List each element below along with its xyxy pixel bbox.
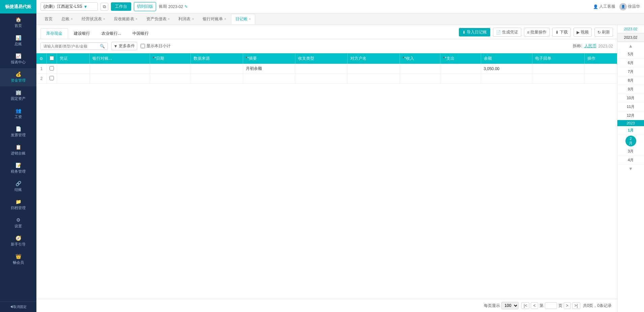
page-size-selector[interactable]: 每页显示 10 20 50 100 bbox=[484, 302, 519, 309]
tab-receivables[interactable]: 应收账龄表 × bbox=[110, 14, 142, 24]
top-bar: (勿删）江西超宝-LSS ▼ ⧉ 工作台 切到旧版 账期 2023-02 ✎ 👤… bbox=[36, 0, 644, 13]
month-12[interactable]: 12月 bbox=[617, 111, 644, 120]
tab-bank-statement[interactable]: 银行对账单 × bbox=[199, 14, 230, 24]
row-electronic-2 bbox=[532, 74, 584, 84]
tab-profit-close[interactable]: × bbox=[192, 17, 194, 21]
period-edit-icon[interactable]: ✎ bbox=[184, 4, 188, 9]
year-2023-label: 2023 bbox=[617, 120, 644, 126]
unpin-sidebar[interactable]: ◀取消固定 bbox=[0, 302, 36, 312]
scroll-up-arrow[interactable]: ▲ bbox=[617, 42, 644, 50]
toolbar-right: 拆称: 人民币 2023.02 bbox=[573, 43, 613, 49]
month-8[interactable]: 8月 bbox=[617, 76, 644, 85]
tab-receivables-close[interactable]: × bbox=[136, 17, 138, 21]
first-page-button[interactable]: |< bbox=[521, 302, 529, 309]
sidebar-item-settings[interactable]: ⚙ 设置 bbox=[0, 214, 36, 232]
sidebar-item-home[interactable]: 🏠 首页 bbox=[0, 13, 36, 32]
month-6[interactable]: 6月 bbox=[617, 59, 644, 67]
import-journal-button[interactable]: ⬇ 导入日记账 bbox=[459, 28, 490, 36]
company-selector[interactable]: (勿删）江西超宝-LSS ▼ bbox=[40, 2, 98, 11]
switch-version-button[interactable]: 切到旧版 bbox=[134, 2, 156, 11]
sidebar-item-reports[interactable]: 📈 报表中心 bbox=[0, 50, 36, 68]
row-check-1[interactable] bbox=[47, 64, 57, 74]
table-row: 2 bbox=[36, 74, 617, 84]
video-button[interactable]: ▶ 视频 bbox=[574, 28, 592, 37]
customer-service[interactable]: 👤 人工客服 bbox=[593, 4, 615, 9]
payroll-icon: 👥 bbox=[16, 108, 21, 113]
sidebar-item-ledger[interactable]: 📊 总账 bbox=[0, 32, 36, 50]
tab-journal-close[interactable]: × bbox=[249, 17, 251, 21]
show-daily-subtotal-checkbox[interactable]: 显示本日小计 bbox=[141, 43, 171, 49]
tab-bank-close[interactable]: × bbox=[224, 17, 226, 21]
tab-balance-sheet[interactable]: 资产负债表 × bbox=[142, 14, 174, 24]
tab-balance-close[interactable]: × bbox=[168, 17, 170, 21]
user-menu[interactable]: 👤 徐温华 bbox=[619, 3, 640, 10]
sub-tab-bar: 库存现金 建设银行 农业银行... 中国银行 ⬇ 导入日记账 📄 生成凭证 ≡ bbox=[36, 25, 617, 39]
column-settings-icon[interactable]: ⚙ bbox=[39, 56, 43, 61]
batch-operation-button[interactable]: ≡ 批量操作 bbox=[524, 28, 550, 37]
tab-ledger-close[interactable]: × bbox=[71, 17, 73, 21]
sub-tab-agriculture-bank[interactable]: 农业银行... bbox=[96, 28, 127, 38]
tab-ledger-label: 总账 bbox=[61, 16, 69, 22]
scroll-down-arrow[interactable]: ▼ bbox=[617, 165, 644, 173]
row-electronic-1 bbox=[532, 64, 584, 74]
tab-business[interactable]: 经营状况表 × bbox=[78, 14, 109, 24]
month-4[interactable]: 4月 bbox=[617, 156, 644, 165]
sidebar-item-label: 新手引导 bbox=[11, 242, 26, 247]
search-box[interactable]: 🔍 bbox=[40, 42, 108, 50]
month-5[interactable]: 5月 bbox=[617, 50, 644, 59]
date-period-header-1[interactable]: 2023.02 bbox=[617, 25, 644, 33]
th-settings[interactable]: ⚙ bbox=[36, 53, 47, 64]
tab-profit[interactable]: 利润表 × bbox=[174, 14, 198, 24]
sidebar-item-invoice[interactable]: 📄 发票管理 bbox=[0, 123, 36, 141]
home-icon: 🏠 bbox=[16, 17, 21, 22]
tab-business-close[interactable]: × bbox=[103, 17, 105, 21]
generate-voucher-button[interactable]: 📄 生成凭证 bbox=[493, 28, 521, 37]
month-10[interactable]: 10月 bbox=[617, 94, 644, 103]
sidebar-item-label: 首页 bbox=[14, 23, 22, 28]
tab-journal[interactable]: 日记账 × bbox=[231, 14, 255, 24]
sidebar-item-vip[interactable]: 👑 畅会员 bbox=[0, 250, 36, 268]
sidebar-item-guide[interactable]: 🧭 新手引导 bbox=[0, 232, 36, 250]
select-all-checkbox[interactable] bbox=[50, 56, 54, 60]
search-input[interactable] bbox=[43, 44, 98, 48]
month-11[interactable]: 11月 bbox=[617, 103, 644, 111]
sub-tab-cash[interactable]: 库存现金 bbox=[40, 28, 68, 39]
row-date-1 bbox=[150, 64, 191, 74]
sidebar-item-close[interactable]: 🔗 结账 bbox=[0, 177, 36, 196]
last-page-button[interactable]: >| bbox=[572, 302, 580, 309]
refresh-button[interactable]: ↻ 刷新 bbox=[594, 28, 613, 37]
page-number-input[interactable]: 1 bbox=[545, 302, 557, 309]
download-icon: ⬇ bbox=[555, 30, 559, 35]
content-area: 库存现金 建设银行 农业银行... 中国银行 ⬇ 导入日记账 📄 生成凭证 ≡ bbox=[36, 25, 644, 312]
next-page-button[interactable]: > bbox=[564, 302, 571, 309]
month-3[interactable]: 3月 bbox=[617, 147, 644, 156]
copy-button[interactable]: ⧉ bbox=[100, 3, 108, 11]
sub-tab-china-bank[interactable]: 中国银行 bbox=[127, 28, 154, 38]
month-2-active[interactable]: 2月 bbox=[625, 136, 636, 146]
date-period-header-2[interactable]: 2023.02 bbox=[617, 33, 644, 42]
video-icon: ▶ bbox=[577, 30, 580, 35]
row-voucher-2 bbox=[57, 74, 90, 84]
sidebar-item-tax[interactable]: 📝 税务管理 bbox=[0, 159, 36, 177]
page-size-dropdown[interactable]: 10 20 50 100 bbox=[501, 302, 519, 309]
sidebar-item-archive[interactable]: 📁 归档管理 bbox=[0, 196, 36, 214]
month-1[interactable]: 1月 bbox=[617, 126, 644, 135]
sidebar-item-finance[interactable]: 💰 资金管理 bbox=[0, 68, 36, 86]
sidebar-item-payroll[interactable]: 👥 工资 bbox=[0, 105, 36, 123]
show-daily-check[interactable] bbox=[141, 44, 145, 48]
sidebar-item-fixed-assets[interactable]: 🏢 固定资产 bbox=[0, 86, 36, 105]
sidebar-item-sales-ledger[interactable]: 📋 进销台账 bbox=[0, 141, 36, 159]
avatar: 👤 bbox=[619, 3, 627, 10]
workbench-button[interactable]: 工作台 bbox=[111, 2, 131, 11]
tab-ledger[interactable]: 总账 × bbox=[57, 14, 77, 24]
month-7[interactable]: 7月 bbox=[617, 67, 644, 76]
sub-tab-construction-bank[interactable]: 建设银行 bbox=[68, 28, 96, 38]
th-check[interactable] bbox=[47, 53, 57, 64]
filter-button[interactable]: ▼ 更多条件 bbox=[111, 42, 137, 50]
download-button[interactable]: ⬇ 下载 bbox=[552, 28, 571, 37]
prev-page-button[interactable]: < bbox=[531, 302, 538, 309]
row-income-1 bbox=[400, 64, 440, 74]
tab-home[interactable]: 首页 bbox=[40, 14, 57, 24]
row-check-2[interactable] bbox=[47, 74, 57, 84]
month-9[interactable]: 9月 bbox=[617, 85, 644, 94]
